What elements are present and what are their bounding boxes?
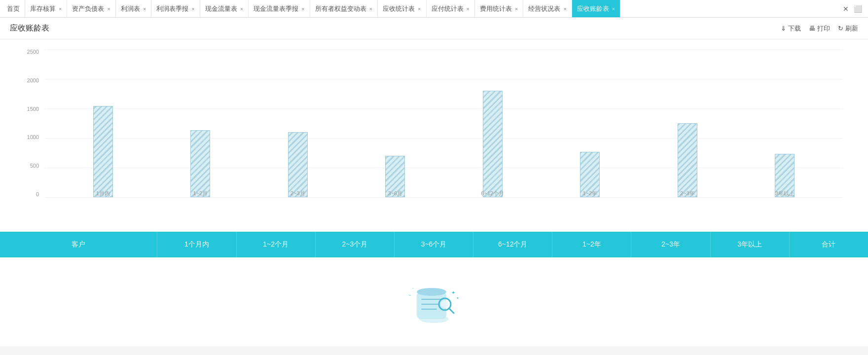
bar-group-2 <box>288 132 308 197</box>
bar-0 <box>93 106 113 197</box>
x-label-2: 2~3月 <box>283 190 313 197</box>
bar-4 <box>483 91 503 197</box>
tab-close-operations[interactable]: × <box>563 6 566 12</box>
bar-2 <box>288 132 308 197</box>
bars-container <box>44 49 843 197</box>
x-label-4: 6~12个月 <box>478 190 507 197</box>
th-8: 3年以上 <box>711 232 790 257</box>
y-label-500: 500 <box>30 163 39 169</box>
table-body: ✦ ✦ ~ ~ <box>0 257 868 346</box>
window-maximize-btn[interactable]: ⬜ <box>853 4 862 13</box>
th-9: 合计 <box>790 232 868 257</box>
x-label-1: 1~2月 <box>185 190 215 197</box>
th-2: 1~2个月 <box>237 232 316 257</box>
y-label-2000: 2000 <box>27 78 39 83</box>
tab-close-cashflow-quarterly[interactable]: × <box>301 6 304 12</box>
refresh-btn[interactable]: ↻ 刷新 <box>838 24 858 33</box>
x-label-5: 1~2年 <box>575 190 605 197</box>
svg-text:~: ~ <box>408 293 411 298</box>
tab-ap-stats[interactable]: 应付统计表 × <box>427 0 475 18</box>
x-label-6: 2~3年 <box>673 190 702 197</box>
tab-close-equity[interactable]: × <box>369 6 372 12</box>
svg-point-7 <box>441 300 449 308</box>
y-label-2500-top: 2500 <box>27 49 39 55</box>
window-controls: ✕ ⬜ <box>841 4 864 13</box>
tab-close-ar-aging[interactable]: × <box>612 6 615 12</box>
table-header: 客户1个月内1~2个月2~3个月3~6个月6~12个月1~2年2~3年3年以上合… <box>0 232 868 257</box>
tab-expense-stats[interactable]: 费用统计表 × <box>475 0 523 18</box>
tab-ar-stats[interactable]: 应收统计表 × <box>378 0 426 18</box>
tab-close-profit[interactable]: × <box>143 6 146 12</box>
chart-container: 2500 2000 1500 1000 500 0 <box>20 49 848 212</box>
page-title: 应收账龄表 <box>10 23 49 34</box>
tab-profit-quarterly[interactable]: 利润表季报 × <box>151 0 200 18</box>
bar-group-6 <box>678 123 697 197</box>
tab-profit[interactable]: 利润表 × <box>116 0 151 18</box>
tab-close-ap-stats[interactable]: × <box>467 6 470 12</box>
y-label-1500: 1500 <box>27 106 39 112</box>
empty-illustration: ✦ ✦ ~ ~ <box>404 277 464 326</box>
tab-close-profit-quarterly[interactable]: × <box>191 6 194 12</box>
tab-ar-aging[interactable]: 应收账龄表 × <box>572 0 620 18</box>
th-1: 1个月内 <box>157 232 236 257</box>
th-5: 6~12个月 <box>473 232 552 257</box>
tab-home[interactable]: 首页 <box>4 0 25 18</box>
tab-close-balance[interactable]: × <box>107 6 110 12</box>
svg-text:✦: ✦ <box>456 296 459 300</box>
print-btn[interactable]: 🖶 打印 <box>809 24 830 33</box>
tab-operations[interactable]: 经营状况表 × <box>523 0 572 18</box>
svg-text:~: ~ <box>412 286 414 290</box>
chart-area: 2500 2000 1500 1000 500 0 <box>0 39 868 232</box>
tab-inventory[interactable]: 库存核算 × <box>25 0 67 18</box>
svg-point-2 <box>417 288 446 296</box>
x-label-7: 3年以上 <box>770 190 799 197</box>
refresh-icon: ↻ <box>838 25 843 32</box>
tab-close-cashflow[interactable]: × <box>240 6 243 12</box>
y-label-1000: 1000 <box>27 135 39 140</box>
header-actions: ⇓ 下载 🖶 打印 ↻ 刷新 <box>781 24 858 33</box>
chart-plot: 1月内1~2月2~3月3~6月6~12个月1~2年2~3年3年以上 <box>44 49 843 197</box>
y-label-0: 0 <box>36 192 39 197</box>
tab-balance[interactable]: 资产负债表 × <box>67 0 115 18</box>
th-6: 1~2年 <box>552 232 631 257</box>
x-label-0: 1月内 <box>88 190 118 197</box>
y-axis: 2500 2000 1500 1000 500 0 <box>20 49 42 197</box>
th-0: 客户 <box>0 232 157 257</box>
x-label-3: 3~6月 <box>380 190 410 197</box>
grid-line-0 <box>44 197 843 198</box>
tab-close-expense-stats[interactable]: × <box>515 6 518 12</box>
bar-group-4 <box>483 91 503 197</box>
svg-line-8 <box>449 308 454 313</box>
download-icon: ⇓ <box>781 25 786 32</box>
th-7: 2~3年 <box>631 232 710 257</box>
empty-state: ✦ ✦ ~ ~ <box>395 267 473 336</box>
th-3: 2~3个月 <box>316 232 395 257</box>
tab-close-inventory[interactable]: × <box>59 6 62 12</box>
tab-cashflow[interactable]: 现金流量表 × <box>200 0 249 18</box>
main-content: 2500 2000 1500 1000 500 0 <box>0 39 868 346</box>
svg-text:✦: ✦ <box>451 290 455 295</box>
th-4: 3~6个月 <box>395 232 473 257</box>
x-axis: 1月内1~2月2~3月3~6月6~12个月1~2年2~3年3年以上 <box>44 190 843 197</box>
bar-1 <box>190 130 210 197</box>
page-header: 应收账龄表 ⇓ 下载 🖶 打印 ↻ 刷新 <box>0 18 868 39</box>
print-icon: 🖶 <box>809 25 815 32</box>
bar-6 <box>678 123 697 197</box>
tab-bar: 首页 库存核算 × 资产负债表 × 利润表 × 利润表季报 × 现金流量表 × … <box>0 0 868 18</box>
download-btn[interactable]: ⇓ 下载 <box>781 24 801 33</box>
tab-close-ar-stats[interactable]: × <box>418 6 421 12</box>
bar-group-1 <box>190 130 210 197</box>
tab-equity[interactable]: 所有者权益变动表 × <box>310 0 378 18</box>
bar-group-0 <box>93 106 113 197</box>
window-close-btn[interactable]: ✕ <box>841 4 850 13</box>
tab-cashflow-quarterly[interactable]: 现金流量表季报 × <box>249 0 310 18</box>
